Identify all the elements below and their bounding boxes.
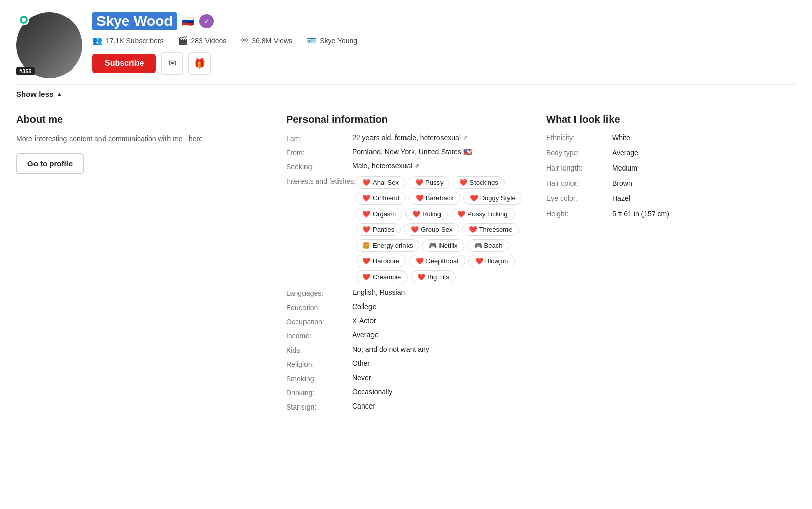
tag-label: Riding [422,210,441,218]
profile-stats: 👥 17.1K Subscribers 🎬 283 Videos 👁 36.8M… [92,36,796,45]
height-label: Height: [546,210,612,218]
education-label: Education: [286,302,352,312]
occupation-row: Occupation: X-Actor [286,317,526,326]
profile-name: Skye Wood [92,12,177,30]
views-value: 36.8M Views [252,37,292,45]
tag-item: 🎮Netflix [422,239,464,252]
kids-row: Kids: No, and do not want any [286,345,526,354]
star-sign-label: Star sign: [286,402,352,411]
tag-label: Pussy [425,179,443,186]
smoking-value: Never [352,374,526,382]
from-label: From: [286,148,352,157]
eye-color-row: Eye color: Hazel [546,194,796,202]
hair-color-row: Hair color: Brown [546,179,796,187]
gift-button[interactable]: 🎁 [188,52,211,75]
tag-item: ❤️Pussy Licking [451,208,514,220]
body-type-row: Body type: Average [546,149,796,157]
tag-icon: ❤️ [411,226,419,233]
ethnicity-value: White [612,133,630,142]
tag-item: ❤️Blowjob [468,255,515,267]
tag-label: Panties [373,226,394,233]
content-grid: About me More interesting content and co… [0,104,812,436]
seeking-label: Seeking: [286,162,352,171]
occupation-value: X-Actor [352,317,526,325]
online-indicator [18,14,29,25]
subscribe-button[interactable]: Subscribe [92,54,156,73]
about-title: About me [16,114,256,125]
tag-label: Orgasm [373,210,396,218]
show-less-button[interactable]: Show less ▲ [16,90,62,98]
tag-icon: ❤️ [417,273,425,281]
height-row: Height: 5 ft 61 in (157 cm) [546,210,796,218]
drinking-value: Occasionally [352,388,526,396]
views-icon: 👁 [241,36,249,45]
alias-value: Skye Young [320,37,357,45]
tag-icon: ❤️ [362,194,370,202]
appearance-section: What I look like Ethnicity: White Body t… [536,114,796,416]
alias-stat: 🪪 Skye Young [307,36,357,45]
hair-color-value: Brown [612,179,632,187]
tag-icon: ❤️ [469,226,477,233]
tag-label: Beach [484,242,503,249]
subscribers-icon: 👥 [92,36,103,45]
tag-item: ❤️Group Sex [404,223,459,236]
kids-label: Kids: [286,345,352,354]
tag-icon: ❤️ [416,194,424,202]
smoking-label: Smoking: [286,374,352,383]
tag-item: ❤️Threesome [462,223,519,236]
name-row: Skye Wood 🇷🇺 ✓ [92,12,796,30]
tag-icon: ❤️ [362,179,370,186]
body-type-value: Average [612,149,638,157]
videos-icon: 🎬 [178,36,188,45]
tag-item: ❤️Anal Sex [356,176,405,189]
tag-label: Deepthroat [426,257,458,265]
subscribers-stat: 👥 17.1K Subscribers [92,36,163,45]
personal-title: Personal information [286,114,526,125]
personal-section: Personal information I am: 22 years old,… [276,114,536,416]
smoking-row: Smoking: Never [286,374,526,383]
eye-color-value: Hazel [612,194,630,202]
tag-item: ❤️Panties [356,223,401,236]
tag-icon: ❤️ [459,179,467,186]
tag-item: ❤️Pussy [409,176,450,189]
tag-label: Doggy Style [480,194,516,202]
tag-item: ❤️Hardcore [356,255,406,267]
go-to-profile-button[interactable]: Go to profile [16,153,84,174]
flag-icon: 🇷🇺 [182,15,194,27]
tag-icon: ❤️ [362,257,370,265]
tag-icon: ❤️ [412,210,420,218]
tag-icon: 🎮 [429,242,437,249]
tag-item: ❤️Girlfriend [356,192,406,205]
languages-label: Languages: [286,288,352,297]
religion-value: Other [352,359,526,367]
tag-label: Pussy Licking [467,210,507,218]
seeking-value: Male, heterosexual ♂ [352,162,526,170]
profile-info: Skye Wood 🇷🇺 ✓ 👥 17.1K Subscribers 🎬 283… [92,12,796,75]
tag-icon: ❤️ [470,194,478,202]
tag-label: Group Sex [421,226,452,233]
religion-label: Religion: [286,359,352,368]
languages-value: English, Russian [352,288,526,296]
from-row: From: Pornland, New York, United States … [286,148,526,157]
videos-value: 283 Videos [191,37,226,45]
profile-header: #355 Skye Wood 🇷🇺 ✓ 👥 17.1K Subscribers … [0,0,812,84]
tag-label: Blowjob [485,257,509,265]
tag-item: ❤️Riding [405,208,448,220]
hair-color-label: Hair color: [546,179,612,187]
tag-item: ❤️Orgasm [356,208,402,220]
tag-item: ❤️Creampie [356,270,408,283]
tag-label: Energy drinks [373,242,413,249]
tag-item: ❤️Deepthroat [409,255,465,267]
alias-icon: 🪪 [307,36,317,45]
tag-label: Bareback [426,194,454,202]
tag-icon: ❤️ [362,226,370,233]
tag-label: Anal Sex [373,179,399,186]
message-button[interactable]: ✉ [161,52,183,75]
i-am-value: 22 years old, female, heterosexual ♂ [352,133,526,142]
eye-color-label: Eye color: [546,194,612,202]
height-value: 5 ft 61 in (157 cm) [612,210,669,218]
star-sign-value: Cancer [352,402,526,410]
tag-icon: ❤️ [362,273,370,281]
tag-icon: ❤️ [416,257,424,265]
show-less-label: Show less [16,90,53,98]
